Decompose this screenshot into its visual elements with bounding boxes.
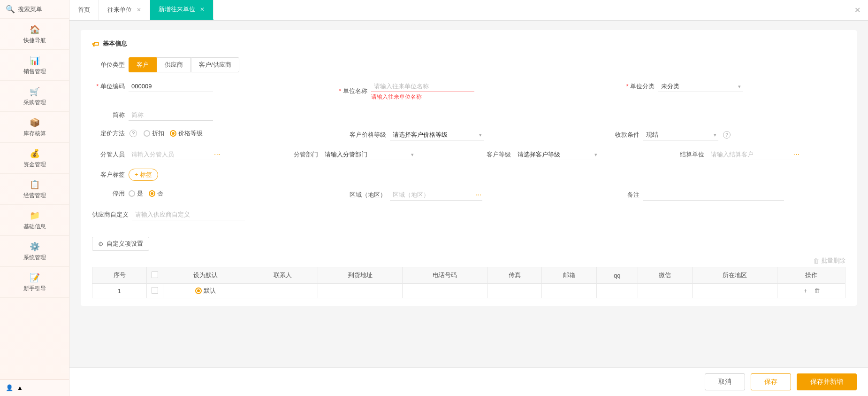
radio-disabled-yes[interactable]: 是	[129, 189, 143, 198]
pricing-method-help-icon[interactable]: ?	[129, 130, 137, 137]
region-label: 区域（地区）	[350, 191, 386, 199]
unit-name-error: 请输入往来单位名称	[371, 93, 474, 101]
customer-price-level-select[interactable]: 请选择客户价格等级	[390, 129, 484, 140]
pricing-radio-group: 折扣 价格等级	[144, 129, 203, 138]
unit-name-input[interactable]	[371, 81, 474, 92]
supplier-custom-label: 供应商自定义	[92, 210, 129, 219]
batch-delete-label[interactable]: 批量删除	[821, 256, 845, 265]
sidebar-label-inventory: 库存核算	[23, 130, 46, 138]
table-header: 序号 设为默认 联系人 到货地址 电话号码 传真 邮箱 qq 微信 所在地区	[92, 267, 845, 284]
sidebar-item-beginner[interactable]: 📝 新手引导	[0, 267, 69, 298]
region-more-icon[interactable]: ···	[474, 191, 482, 199]
unit-name-wrapper: 请输入往来单位名称	[371, 81, 474, 101]
region-input[interactable]	[390, 189, 474, 200]
tab-home[interactable]: 首页	[69, 0, 99, 20]
custom-settings-label: 自定义项设置	[107, 240, 143, 248]
form-card-basic-info: 🏷 基本信息 单位类型 客户 供应商 客户/供应商 单位编码	[81, 30, 857, 306]
payment-terms-label: 收款条件	[607, 131, 640, 139]
row-checkbox[interactable]	[152, 287, 158, 294]
remarks-input[interactable]	[643, 189, 784, 201]
unit-code-input[interactable]	[129, 81, 213, 92]
sidebar-item-system-mgmt[interactable]: ⚙️ 系统管理	[0, 236, 69, 267]
col-default: 设为默认	[163, 267, 248, 284]
sidebar-bottom-expand[interactable]: ▲	[17, 384, 23, 391]
btn-customer[interactable]: 客户	[129, 57, 157, 72]
sidebar-label-operations: 经营管理	[23, 192, 46, 200]
add-row-icon[interactable]: ＋	[802, 287, 808, 294]
col-checkbox	[147, 267, 163, 284]
save-new-button[interactable]: 保存并新增	[797, 373, 857, 390]
region-group: 区域（地区） ···	[350, 189, 588, 201]
radio-price-level[interactable]: 价格等级	[170, 129, 203, 138]
footer: 取消 保存 保存并新增	[69, 367, 868, 396]
disabled-label: 停用	[92, 189, 125, 198]
cell-email	[542, 284, 596, 298]
radio-disabled-no-label: 否	[157, 189, 163, 198]
sidebar-item-inventory[interactable]: 📦 库存核算	[0, 112, 69, 143]
system-icon: ⚙️	[30, 241, 40, 252]
custom-settings-wrapper: ⚙ 自定义项设置	[92, 237, 845, 256]
sidebar-item-purchase-mgmt[interactable]: 🛒 采购管理	[0, 81, 69, 112]
supervisor-input[interactable]	[129, 149, 213, 160]
select-all-checkbox[interactable]	[152, 272, 158, 278]
settlement-unit-group: 结算单位 ···	[671, 149, 846, 160]
customer-level-select-wrapper: 请选择客户等级	[515, 149, 599, 160]
save-button[interactable]: 保存	[751, 373, 791, 390]
supervisor-more-icon[interactable]: ···	[213, 150, 221, 159]
tab-close-all[interactable]: ✕	[847, 6, 868, 15]
department-select[interactable]: 请输入分管部门	[322, 149, 416, 160]
tab-new-counterparty-close[interactable]: ✕	[200, 6, 205, 13]
custom-settings-button[interactable]: ⚙ 自定义项设置	[92, 237, 149, 251]
sidebar-item-finance[interactable]: 💰 资金管理	[0, 143, 69, 174]
contact-table: 序号 设为默认 联系人 到货地址 电话号码 传真 邮箱 qq 微信 所在地区	[92, 267, 845, 298]
disabled-radio-group: 是 否	[129, 189, 163, 198]
short-name-label: 简称	[92, 111, 125, 119]
col-fax: 传真	[487, 267, 542, 284]
default-radio[interactable]: 默认	[168, 287, 243, 295]
cell-fax	[487, 284, 542, 298]
customer-level-select[interactable]: 请选择客户等级	[515, 149, 599, 160]
sidebar-item-basic-info[interactable]: 📁 基础信息	[0, 205, 69, 236]
radio-discount[interactable]: 折扣	[144, 129, 164, 138]
finance-icon: 💰	[30, 148, 40, 159]
supplier-custom-input[interactable]	[132, 209, 245, 220]
payment-terms-group: 收款条件 现结 ?	[607, 129, 845, 140]
btn-supplier[interactable]: 供应商	[157, 57, 191, 72]
tab-counterparty-close[interactable]: ✕	[137, 7, 141, 13]
content-area: 🏷 基本信息 单位类型 客户 供应商 客户/供应商 单位编码	[69, 21, 868, 367]
col-wechat: 微信	[638, 267, 692, 284]
btn-both[interactable]: 客户/供应商	[191, 57, 239, 72]
settlement-unit-input[interactable]	[708, 149, 792, 160]
sidebar-label-basic-info: 基础信息	[23, 223, 46, 231]
customer-tags-row: 客户标签 + 标签	[92, 169, 845, 181]
remarks-label: 备注	[607, 191, 640, 199]
supplier-custom-row: 供应商自定义	[92, 209, 845, 220]
short-name-input[interactable]	[129, 109, 213, 121]
sidebar-item-quick-nav[interactable]: 🏠 快捷导航	[0, 19, 69, 50]
inventory-icon: 📦	[30, 117, 40, 128]
radio-disabled-no-circle	[149, 190, 155, 197]
sidebar-item-sales-mgmt[interactable]: 📊 销售管理	[0, 50, 69, 81]
section-icon: 🏷	[92, 40, 99, 48]
cancel-button[interactable]: 取消	[705, 373, 745, 390]
sidebar-search[interactable]: 🔍 搜索菜单	[0, 0, 69, 19]
radio-discount-circle	[144, 130, 150, 137]
radio-disabled-no[interactable]: 否	[149, 189, 163, 198]
short-name-group: 简称	[92, 109, 845, 121]
payment-terms-select[interactable]: 现结	[643, 129, 718, 140]
supplier-custom-group: 供应商自定义	[92, 209, 845, 220]
supervisor-input-group: ···	[129, 149, 221, 160]
settlement-unit-more-icon[interactable]: ···	[792, 150, 800, 159]
payment-terms-help-icon[interactable]: ?	[723, 131, 731, 139]
unit-code-label: 单位编码	[92, 82, 125, 91]
customer-price-level-label: 客户价格等级	[350, 131, 386, 139]
tab-new-counterparty[interactable]: 新增往来单位 ✕	[150, 0, 213, 20]
unit-category-select[interactable]: 未分类	[658, 81, 743, 92]
batch-delete-icon: 🗑	[813, 257, 819, 264]
delete-row-icon[interactable]: 🗑	[814, 287, 820, 294]
add-tag-button[interactable]: + 标签	[129, 169, 158, 181]
add-tag-label: + 标签	[135, 171, 152, 179]
supervisor-label: 分管人员	[92, 150, 125, 159]
tab-counterparty[interactable]: 往来单位 ✕	[99, 0, 150, 20]
sidebar-item-operations[interactable]: 📋 经营管理	[0, 174, 69, 205]
